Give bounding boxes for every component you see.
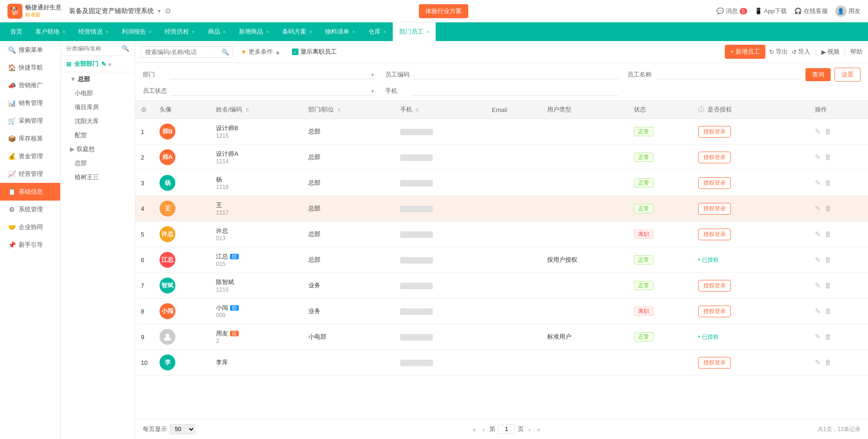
filter-emp-code-input[interactable]	[413, 70, 618, 79]
row-auth[interactable]: 授权登录	[693, 299, 786, 324]
page-input[interactable]	[498, 425, 515, 434]
tab-warehouse-close[interactable]: ×	[383, 29, 386, 35]
tree-item-zongbu2[interactable]: 总部	[61, 156, 135, 170]
tree-item-xiaodianbv[interactable]: 小电部	[61, 86, 135, 100]
sort-name-icon[interactable]: ⇅	[245, 107, 249, 112]
tab-operation-close[interactable]: ×	[105, 29, 108, 35]
delete-btn[interactable]: 🗑	[825, 204, 832, 213]
tab-customer[interactable]: 客户联络 ×	[29, 22, 72, 41]
dept-search-icon[interactable]: 🔍	[122, 45, 129, 52]
employee-search-input[interactable]	[145, 49, 220, 56]
tab-goods-close[interactable]: ×	[223, 29, 226, 35]
delete-btn[interactable]: 🗑	[825, 230, 832, 238]
row-auth[interactable]: 授权登录	[693, 196, 786, 222]
tree-item-project[interactable]: 项目库房	[61, 100, 135, 114]
first-page-btn[interactable]: «	[471, 425, 478, 434]
trial-button[interactable]: 体验行业方案	[419, 4, 468, 18]
filter-dept-select[interactable]	[170, 70, 376, 79]
tab-goods[interactable]: 商品 ×	[201, 22, 232, 41]
reset-button[interactable]: 设置	[834, 68, 861, 82]
add-employee-button[interactable]: + 新增员工	[725, 45, 765, 59]
auth-btn[interactable]: 授权登录	[698, 306, 731, 317]
settings-icon[interactable]: ⚙	[165, 7, 171, 15]
delete-btn[interactable]: 🗑	[825, 358, 832, 367]
row-auth[interactable]: 授权登录	[693, 222, 786, 247]
auth-btn[interactable]: 授权登录	[698, 357, 731, 369]
edit-btn[interactable]: ✎	[815, 204, 821, 213]
query-button[interactable]: 查询	[806, 68, 831, 81]
auth-btn[interactable]: 授权登录	[698, 280, 731, 292]
edit-btn[interactable]: ✎	[815, 256, 821, 264]
tab-warehouse[interactable]: 仓库 ×	[362, 22, 393, 41]
row-auth[interactable]: 授权登录	[693, 273, 786, 299]
edit-btn[interactable]: ✎	[815, 358, 821, 367]
collapse-icon[interactable]: «	[108, 61, 111, 68]
sidebar-item-sales[interactable]: 📊 销售管理	[0, 94, 60, 112]
tab-barcode[interactable]: 条码方案 ×	[276, 22, 319, 41]
row-auth[interactable]: 授权登录	[693, 350, 786, 376]
edit-btn[interactable]: ✎	[815, 179, 821, 187]
tree-item-zongbu[interactable]: ▼总部	[61, 72, 135, 86]
sort-dept-icon[interactable]: ⇅	[337, 107, 341, 112]
edit-btn[interactable]: ✎	[815, 127, 821, 136]
help-btn[interactable]: 帮助	[850, 48, 862, 56]
auth-btn[interactable]: 授权登录	[698, 203, 731, 215]
auth-btn[interactable]: 授权登录	[698, 229, 731, 240]
edit-btn[interactable]: ✎	[815, 230, 821, 238]
tab-profit-close[interactable]: ×	[149, 29, 152, 35]
table-settings-icon[interactable]: ⚙	[141, 106, 147, 113]
auth-btn[interactable]: 授权登录	[698, 126, 731, 138]
tab-history-close[interactable]: ×	[192, 29, 194, 35]
tab-bom-close[interactable]: ×	[352, 29, 355, 35]
sidebar-item-mgmt[interactable]: 📈 经营管理	[0, 165, 60, 183]
per-page-select[interactable]: 50 20 100	[170, 424, 195, 434]
sidebar-item-nav[interactable]: 🏠 快捷导航	[0, 59, 60, 77]
delete-btn[interactable]: 🗑	[825, 307, 832, 315]
more-filter-btn[interactable]: ▼ 更多条件 ▲	[237, 46, 285, 58]
delete-btn[interactable]: 🗑	[825, 179, 832, 187]
tab-operation[interactable]: 经营情况 ×	[72, 22, 115, 41]
tab-new-goods[interactable]: 新增商品 ×	[232, 22, 275, 41]
tab-profit[interactable]: 利润报告 ×	[115, 22, 158, 41]
sidebar-item-purchase[interactable]: 🛒 采购管理	[0, 112, 60, 130]
sidebar-item-basic[interactable]: 📋 基础信息	[0, 183, 60, 201]
delete-btn[interactable]: 🗑	[825, 333, 832, 341]
tab-new-goods-close[interactable]: ×	[266, 29, 269, 35]
sidebar-item-inventory[interactable]: 📦 库存核算	[0, 130, 60, 147]
tree-item-zhishu[interactable]: 植树王三	[61, 170, 135, 184]
prev-page-btn[interactable]: ‹	[481, 425, 486, 434]
tab-history[interactable]: 经营历程 ×	[158, 22, 201, 41]
delete-btn[interactable]: 🗑	[825, 153, 832, 161]
row-auth[interactable]: 授权登录	[693, 119, 786, 145]
row-auth[interactable]: 授权登录	[693, 170, 786, 196]
dropdown-icon[interactable]: ▾	[158, 7, 161, 14]
user-menu[interactable]: 👤 用友	[835, 6, 861, 17]
delete-btn[interactable]: 🗑	[825, 281, 832, 290]
tab-home[interactable]: 首页	[4, 22, 29, 41]
next-page-btn[interactable]: ›	[527, 425, 532, 434]
edit-btn[interactable]: ✎	[815, 281, 821, 290]
sidebar-item-collab[interactable]: 🤝 企业协同	[0, 218, 60, 236]
row-auth[interactable]: 授权登录	[693, 145, 786, 170]
sidebar-item-finance[interactable]: 💰 资金管理	[0, 147, 60, 165]
sort-phone-icon[interactable]: ⇅	[415, 107, 419, 112]
show-resigned-toggle[interactable]: ✓ 显示离职员工	[288, 46, 340, 58]
auth-btn[interactable]: 授权登录	[698, 152, 731, 163]
tab-customer-close[interactable]: ×	[62, 29, 65, 35]
employee-search-icon[interactable]: 🔍	[222, 49, 229, 56]
auth-btn[interactable]: 授权登录	[698, 177, 731, 189]
app-download-btn[interactable]: 📱 App下载	[755, 7, 787, 15]
dept-search-input[interactable]	[66, 45, 120, 52]
tab-dept-staff[interactable]: 部门员工 ×	[393, 22, 436, 41]
edit-btn[interactable]: ✎	[815, 153, 821, 161]
filter-emp-name-input[interactable]	[655, 70, 802, 79]
delete-btn[interactable]: 🗑	[825, 127, 832, 136]
export-btn[interactable]: ↻ 导出	[769, 48, 788, 56]
message-btn[interactable]: 💬 消息 5	[716, 7, 747, 15]
edit-btn[interactable]: ✎	[815, 307, 821, 315]
tree-item-shenyang[interactable]: 沈阳大库	[61, 114, 135, 128]
sidebar-item-marketing[interactable]: 📣 营销推广	[0, 77, 60, 94]
tab-barcode-close[interactable]: ×	[309, 29, 312, 35]
last-page-btn[interactable]: »	[535, 425, 542, 434]
tab-bom[interactable]: 物料清单 ×	[319, 22, 361, 41]
